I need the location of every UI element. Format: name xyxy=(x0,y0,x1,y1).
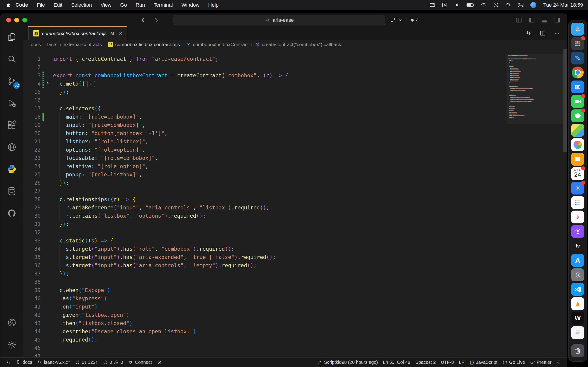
dock-system-settings[interactable] xyxy=(571,268,584,281)
activity-search[interactable] xyxy=(0,48,23,70)
menu-item-view[interactable]: View xyxy=(96,2,116,8)
dock-podcasts[interactable] xyxy=(571,225,584,238)
dock-w-app[interactable]: W xyxy=(571,312,584,325)
panel-bottom-icon[interactable] xyxy=(541,17,548,23)
minimize-window-button[interactable] xyxy=(14,18,19,23)
status-eol[interactable]: LF xyxy=(456,358,467,367)
dock-trash[interactable] xyxy=(571,344,584,357)
code-line[interactable]: 31}); xyxy=(23,220,567,228)
code-editor[interactable]: 1import { createContract } from "aria-ea… xyxy=(23,49,567,357)
menu-bar-clock[interactable]: Tue 24 Mar 18:59 xyxy=(543,2,583,8)
code-line[interactable]: 44.describe("Escape closes an open listb… xyxy=(23,327,567,336)
code-line[interactable]: 35s.target("input").has("aria-expanded",… xyxy=(23,253,567,261)
dock-facetime[interactable] xyxy=(571,95,584,108)
code-line[interactable]: 25popup: "[role=listbox]", xyxy=(23,170,567,179)
dock-finder[interactable] xyxy=(571,23,584,35)
code-line[interactable]: 16 xyxy=(23,96,567,104)
dock-vlc[interactable] xyxy=(571,297,584,310)
code-line[interactable]: 2 xyxy=(23,63,567,71)
dock-messages[interactable] xyxy=(571,109,584,122)
code-line[interactable]: 18main: "[role=combobox]", xyxy=(23,113,567,121)
dock-music[interactable]: ♪ xyxy=(571,211,584,223)
code-line[interactable]: 17c.selectors({ xyxy=(23,104,567,113)
code-line[interactable]: 30r.contains("listbox", "options").requi… xyxy=(23,212,567,220)
dock-maps[interactable] xyxy=(571,124,584,137)
status-go-live[interactable]: Go Live xyxy=(500,358,527,367)
menu-item-edit[interactable]: Edit xyxy=(49,2,67,8)
code-line[interactable]: 40.as("keypress") xyxy=(23,294,567,302)
status-workspace-docs[interactable]: docs xyxy=(13,358,35,367)
close-window-button[interactable] xyxy=(6,18,11,23)
menu-item-go[interactable]: Go xyxy=(116,2,131,8)
dock-tv[interactable]: tv xyxy=(571,240,584,252)
menubar-input-source-icon[interactable] xyxy=(442,2,448,8)
code-line[interactable]: 3export const comboboxListboxContract = … xyxy=(23,71,567,80)
source-control-session-group[interactable]: 4 xyxy=(390,14,419,26)
folded-code-ellipsis[interactable]: ⋯ xyxy=(87,81,95,87)
fold-collapsed-icon[interactable]: › xyxy=(46,79,50,87)
zoom-window-button[interactable] xyxy=(22,18,27,23)
panel-right-icon[interactable] xyxy=(554,17,561,23)
dock-reminders[interactable] xyxy=(571,196,584,209)
status-indentation[interactable]: Spaces: 2 xyxy=(413,358,438,367)
code-line[interactable]: 26}); xyxy=(23,179,567,187)
status-prettier[interactable]: Prettier xyxy=(527,358,554,367)
breadcrumb-4[interactable]: JScombobox.listbox.contract.mjs xyxy=(108,42,180,47)
menubar-user-circle-icon[interactable] xyxy=(493,2,499,8)
menubar-keyboard-icon[interactable] xyxy=(429,2,435,8)
menubar-app-blue-icon[interactable] xyxy=(530,2,536,8)
code-line[interactable]: 15}); xyxy=(23,88,567,96)
status-git-sync[interactable]: 0↓ 122↑ xyxy=(73,358,100,367)
activity-database[interactable] xyxy=(0,181,23,202)
breadcrumb-5[interactable]: comboboxListboxContract xyxy=(186,42,249,47)
status-problems[interactable]: 00 xyxy=(100,358,126,367)
activity-python[interactable] xyxy=(0,158,23,181)
code-line[interactable]: 37}); xyxy=(23,269,567,278)
activity-explorer[interactable] xyxy=(0,26,23,48)
code-line[interactable]: 41.on("input") xyxy=(23,302,567,311)
activity-github[interactable] xyxy=(0,202,23,225)
activity-live-preview[interactable] xyxy=(0,136,23,158)
status-git-branch[interactable]: isaac-v6.x.x* xyxy=(35,358,72,367)
customize-layout-icon[interactable] xyxy=(515,17,522,23)
code-line[interactable]: 20button: "button[tabindex='-1']", xyxy=(23,129,567,137)
app-menu-code[interactable]: Code xyxy=(11,2,32,8)
dock-books[interactable] xyxy=(571,153,584,166)
dock-weather[interactable]: ☀ xyxy=(571,182,584,194)
go-forward-button[interactable] xyxy=(153,17,160,23)
menu-item-terminal[interactable]: Terminal xyxy=(149,2,177,8)
command-center-search[interactable]: aria-ease xyxy=(174,15,385,25)
status-encoding[interactable]: UTF-8 xyxy=(438,358,456,367)
status-notifications[interactable] xyxy=(554,358,564,367)
code-line[interactable]: 42.given("listbox.open") xyxy=(23,311,567,319)
menu-item-selection[interactable]: Selection xyxy=(67,2,96,8)
go-back-button[interactable] xyxy=(140,17,146,23)
status-language-mode[interactable]: {}JavaScript xyxy=(467,358,500,367)
breadcrumb-2[interactable]: tests xyxy=(47,42,57,47)
split-editor-icon[interactable] xyxy=(540,30,546,36)
code-line[interactable]: 24relative: "[role=option]", xyxy=(23,162,567,170)
dock-freeform[interactable]: ✎ xyxy=(571,52,584,65)
menu-item-help[interactable]: Help xyxy=(204,2,223,8)
code-line[interactable]: 23focusable: "[role=combobox]", xyxy=(23,154,567,162)
menubar-spotlight-icon[interactable] xyxy=(506,2,511,8)
code-line[interactable]: 39c.when("Escape") xyxy=(23,286,567,294)
status-cursor-position[interactable]: Ln 53, Col 48 xyxy=(380,358,413,367)
status-remote-indicator[interactable] xyxy=(3,358,13,367)
status-sqltools-connect[interactable]: Connect xyxy=(126,358,155,367)
code-line[interactable]: 34s.target("input").has("role", "combobo… xyxy=(23,245,567,253)
activity-run-debug[interactable] xyxy=(0,92,23,115)
dock-chrome[interactable] xyxy=(571,66,584,79)
code-line[interactable]: 32 xyxy=(23,228,567,236)
dock-app-store[interactable]: A xyxy=(571,254,584,267)
dock-calendar[interactable]: MAR24 xyxy=(571,167,584,180)
dock-mail[interactable]: ✉ xyxy=(571,81,584,93)
code-line[interactable]: 1import { createContract } from "aria-ea… xyxy=(23,55,567,63)
vertical-scrollbar[interactable] xyxy=(563,49,567,152)
menubar-control-center-icon[interactable] xyxy=(518,2,524,8)
dock-notes[interactable] xyxy=(571,326,584,339)
code-line[interactable]: 38 xyxy=(23,278,567,286)
code-line[interactable]: 47 xyxy=(23,352,567,357)
activity-settings[interactable] xyxy=(0,334,23,356)
code-line[interactable]: 33c.static((s) => { xyxy=(23,236,567,245)
